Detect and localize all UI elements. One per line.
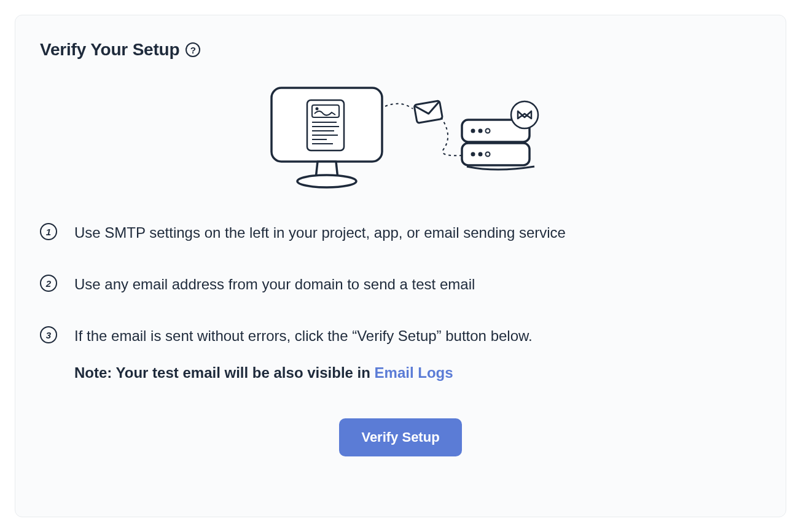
svg-point-14 (479, 129, 483, 133)
note-prefix: Note: Your test email will be also visib… (74, 364, 375, 381)
step-3-main-text: If the email is sent without errors, cli… (74, 327, 533, 344)
svg-point-17 (471, 152, 475, 157)
steps-list: 1 Use SMTP settings on the left in your … (40, 222, 761, 384)
step-text: If the email is sent without errors, cli… (74, 325, 533, 384)
help-icon[interactable]: ? (186, 42, 200, 57)
step-number-badge: 1 (40, 223, 57, 240)
action-row: Verify Setup (40, 418, 761, 456)
step-note: Note: Your test email will be also visib… (74, 362, 533, 384)
step-number-badge: 3 (40, 326, 57, 343)
verify-setup-button[interactable]: Verify Setup (339, 418, 461, 456)
svg-point-13 (471, 129, 475, 133)
card-header: Verify Your Setup ? (40, 40, 761, 60)
step-text: Use SMTP settings on the left in your pr… (74, 222, 566, 244)
email-logs-link[interactable]: Email Logs (375, 364, 453, 381)
svg-point-1 (297, 175, 356, 187)
step-text: Use any email address from your domain t… (74, 273, 475, 295)
step-1: 1 Use SMTP settings on the left in your … (40, 222, 761, 244)
svg-point-4 (316, 108, 319, 111)
verify-setup-card: Verify Your Setup ? (15, 15, 786, 517)
card-title: Verify Your Setup (40, 40, 179, 60)
step-number-badge: 2 (40, 275, 57, 292)
svg-point-18 (479, 152, 483, 157)
step-2: 2 Use any email address from your domain… (40, 273, 761, 295)
setup-illustration (40, 82, 761, 192)
step-3: 3 If the email is sent without errors, c… (40, 325, 761, 384)
computer-email-server-icon (259, 82, 542, 192)
svg-point-20 (511, 101, 538, 128)
